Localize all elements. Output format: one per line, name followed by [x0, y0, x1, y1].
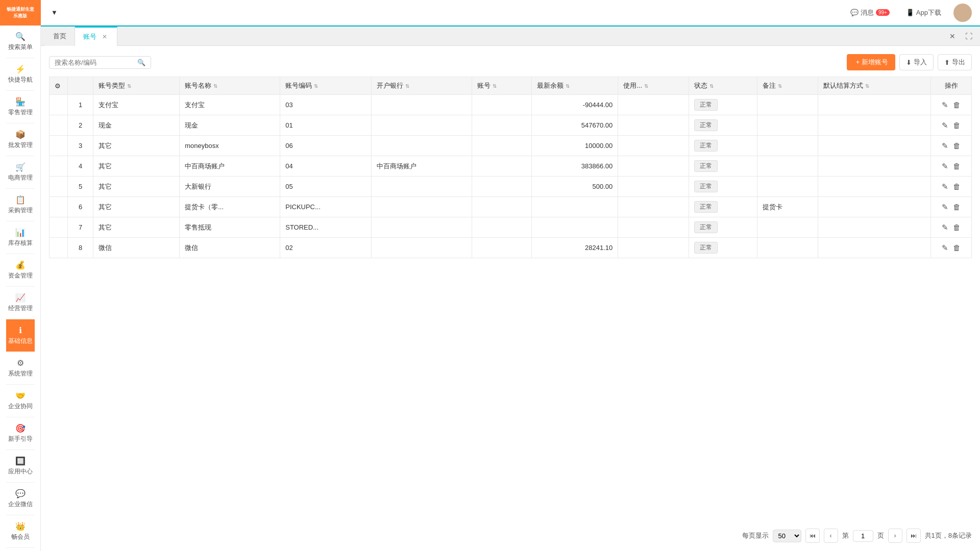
first-page-btn[interactable]: ⏮ [805, 529, 820, 543]
delete-icon[interactable]: 🗑 [953, 182, 961, 191]
row-status: 正常 [689, 136, 757, 156]
col-status[interactable]: 状态⇅ [689, 77, 757, 95]
edit-icon[interactable]: ✎ [942, 243, 948, 252]
tab-account-close-icon[interactable]: ✕ [101, 33, 109, 41]
row-bank [371, 238, 472, 258]
delete-icon[interactable]: 🗑 [953, 203, 961, 211]
page-input[interactable] [853, 530, 873, 542]
page-size-select[interactable]: 50 10 20 100 [773, 530, 801, 542]
delete-icon[interactable]: 🗑 [953, 121, 961, 130]
sidebar-item-app_center[interactable]: 🔲应用中心 [6, 450, 35, 483]
row-account-no [472, 217, 531, 238]
col-settings[interactable]: ⚙ [50, 77, 68, 95]
row-index: 1 [68, 95, 93, 115]
delete-icon[interactable]: 🗑 [953, 141, 961, 150]
sidebar-item-capital[interactable]: 💰资金管理 [6, 254, 35, 287]
sidebar-item-enterprise_wechat[interactable]: 💬企业微信 [6, 483, 35, 515]
row-checkbox-cell [50, 177, 68, 197]
row-index: 4 [68, 156, 93, 177]
sidebar-item-retail[interactable]: 🏪零售管理 [6, 91, 35, 123]
prev-page-btn[interactable]: ‹ [824, 529, 838, 543]
edit-icon[interactable]: ✎ [942, 182, 948, 191]
delete-icon[interactable]: 🗑 [953, 162, 961, 170]
user-avatar[interactable] [953, 4, 972, 22]
search-input[interactable] [55, 59, 134, 66]
sidebar-item-basic[interactable]: ℹ基础信息 [6, 319, 35, 352]
table-row: 4 其它 中百商场账户 04 中百商场账户 383866.00 正常 ✎ 🗑 [50, 156, 972, 177]
message-icon: 💬 [850, 9, 859, 16]
col-account-no[interactable]: 账号⇅ [472, 77, 531, 95]
row-code: STORED... [280, 217, 371, 238]
sidebar-item-purchase[interactable]: 📋采购管理 [6, 189, 35, 221]
next-page-btn[interactable]: › [888, 529, 902, 543]
sidebar-item-wholesale[interactable]: 📦批发管理 [6, 123, 35, 156]
sidebar-item-guide[interactable]: 🎯新手引导 [6, 417, 35, 450]
row-actions: ✎ 🗑 [931, 177, 972, 197]
tab-fullscreen-btn[interactable]: ⛶ [962, 29, 976, 43]
app-download-btn[interactable]: 📱 App下载 [902, 6, 945, 19]
row-account-no [472, 95, 531, 115]
col-type[interactable]: 账号类型⇅ [93, 77, 180, 95]
last-page-btn[interactable]: ⏭ [906, 529, 921, 543]
sidebar-item-quick_nav[interactable]: ⚡快捷导航 [6, 58, 35, 91]
page-label: 第 [842, 531, 849, 540]
sidebar-item-member[interactable]: 👑畅会员 [6, 515, 35, 548]
delete-icon[interactable]: 🗑 [953, 223, 961, 232]
inventory-icon: 📊 [15, 228, 26, 237]
row-default-settle [818, 177, 931, 197]
sidebar-item-system[interactable]: ⚙系统管理 [6, 352, 35, 385]
edit-icon[interactable]: ✎ [942, 203, 948, 211]
sidebar-item-label: 应用中心 [8, 467, 33, 476]
col-actions: 操作 [931, 77, 972, 95]
add-account-btn[interactable]: + 新增账号 [847, 54, 895, 70]
sidebar-item-search[interactable]: 🔍搜索菜单 [6, 26, 35, 58]
toolbar-right: + 新增账号 ⬇ 导入 ⬆ 导出 [847, 54, 972, 70]
edit-icon[interactable]: ✎ [942, 121, 948, 130]
sidebar-item-inventory[interactable]: 📊库存核算 [6, 221, 35, 254]
table-row: 7 其它 零售抵现 STORED... 正常 ✎ 🗑 [50, 217, 972, 238]
col-use[interactable]: 使用...⇅ [618, 77, 689, 95]
company-dropdown[interactable]: ▼ [49, 9, 58, 16]
col-default-settle[interactable]: 默认结算方式⇅ [818, 77, 931, 95]
tab-close-all-btn[interactable]: ✕ [945, 29, 960, 43]
download-icon: 📱 [906, 9, 914, 16]
row-default-settle [818, 115, 931, 136]
tab-account[interactable]: 账号 ✕ [75, 27, 117, 46]
edit-icon[interactable]: ✎ [942, 162, 948, 170]
delete-icon[interactable]: 🗑 [953, 101, 961, 109]
row-balance: 383866.00 [532, 156, 618, 177]
edit-icon[interactable]: ✎ [942, 141, 948, 150]
sidebar-item-label: 畅会员 [11, 533, 30, 541]
row-use [618, 197, 689, 217]
main-container: ▼ 💬 消息 99+ 📱 App下载 首页 账号 ✕ ✕ ⛶ [41, 0, 980, 551]
col-bank[interactable]: 开户银行⇅ [371, 77, 472, 95]
row-status: 正常 [689, 115, 757, 136]
col-balance[interactable]: 最新余额⇅ [532, 77, 618, 95]
row-default-settle [818, 156, 931, 177]
row-remark [757, 95, 818, 115]
edit-icon[interactable]: ✎ [942, 101, 948, 109]
sidebar-item-operation[interactable]: 📈经营管理 [6, 287, 35, 319]
row-checkbox-cell [50, 197, 68, 217]
search-box[interactable]: 🔍 [49, 56, 151, 69]
enterprise_wechat-icon: 💬 [15, 489, 26, 498]
sidebar-item-enterprise_agree[interactable]: 🤝企业协同 [6, 385, 35, 417]
edit-icon[interactable]: ✎ [942, 223, 948, 232]
sidebar-item-label: 资金管理 [8, 271, 33, 280]
row-actions: ✎ 🗑 [931, 136, 972, 156]
messages-btn[interactable]: 💬 消息 99+ [846, 6, 894, 19]
col-remark[interactable]: 备注⇅ [757, 77, 818, 95]
col-name[interactable]: 账号名称⇅ [180, 77, 280, 95]
sidebar-item-ecommerce[interactable]: 🛒电商管理 [6, 156, 35, 189]
delete-icon[interactable]: 🗑 [953, 243, 961, 252]
row-status: 正常 [689, 238, 757, 258]
table-row: 5 其它 大新银行 05 500.00 正常 ✎ 🗑 [50, 177, 972, 197]
import-btn[interactable]: ⬇ 导入 [899, 54, 934, 70]
tab-account-label: 账号 [83, 32, 96, 41]
row-balance [532, 197, 618, 217]
tab-home[interactable]: 首页 [45, 27, 75, 46]
purchase-icon: 📋 [15, 195, 26, 205]
export-btn[interactable]: ⬆ 导出 [938, 54, 972, 70]
col-code[interactable]: 账号编码⇅ [280, 77, 371, 95]
row-default-settle [818, 238, 931, 258]
